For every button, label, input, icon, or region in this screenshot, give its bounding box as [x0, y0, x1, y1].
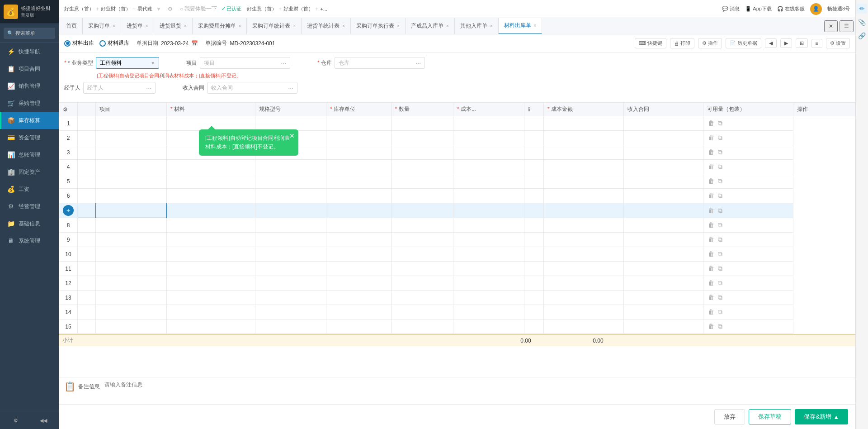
sidebar-item-system[interactable]: 🖥 系统管理	[0, 232, 59, 249]
tag-good-business-2[interactable]: 好生意（首）	[247, 5, 277, 12]
copy-row-button[interactable]: ⧉	[717, 278, 723, 288]
row-project-cell[interactable]	[78, 291, 96, 305]
row-cost-cell[interactable]	[391, 189, 453, 203]
row-unit-cell[interactable]	[255, 305, 326, 319]
row-project-cell[interactable]	[78, 189, 96, 203]
try-experience[interactable]: ○ 我要体验一下	[180, 5, 217, 13]
row-unit-cell[interactable]	[255, 247, 326, 262]
copy-row-button[interactable]: ⧉	[717, 235, 723, 244]
delete-row-button[interactable]: 🗑	[707, 206, 715, 215]
row-unit-cell[interactable]	[255, 174, 326, 189]
copy-row-button[interactable]: ⧉	[717, 249, 723, 259]
row-qty-cell[interactable]	[326, 276, 391, 291]
sidebar-item-basic-info[interactable]: 📁 基础信息	[0, 215, 59, 232]
tag-good-finance-2[interactable]: 好业财（首）	[283, 5, 313, 12]
username[interactable]: 畅捷通8号	[827, 5, 850, 12]
row-income-cell[interactable]	[544, 233, 624, 247]
row-cost-amount-cell[interactable]	[524, 276, 543, 291]
delete-row-button[interactable]: 🗑	[707, 264, 715, 273]
row-unit-cell[interactable]	[255, 276, 326, 291]
row-material-cell[interactable]	[96, 116, 167, 131]
list-view-button[interactable]: ≡	[811, 39, 822, 48]
tab-close-icon[interactable]: ×	[146, 24, 148, 29]
message-button[interactable]: 💬 消息	[722, 5, 740, 12]
row-spec-cell[interactable]	[167, 189, 255, 203]
row-cost-cell[interactable]	[391, 276, 453, 291]
row-material-cell[interactable]	[96, 247, 167, 262]
delete-row-button[interactable]: 🗑	[707, 278, 715, 287]
active-cell-5[interactable]	[326, 203, 391, 218]
copy-row-button[interactable]: ⧉	[717, 119, 723, 128]
col-header-settings[interactable]: ⚙	[59, 103, 78, 116]
row-material-cell[interactable]	[96, 262, 167, 276]
row-unit-cell[interactable]	[255, 291, 326, 305]
row-project-cell[interactable]	[78, 305, 96, 319]
row-cost-amount-cell[interactable]	[524, 319, 543, 334]
tab-menu-button[interactable]: ☰	[840, 20, 854, 32]
row-income-cell[interactable]	[544, 218, 624, 233]
tab-purchase-goods[interactable]: 进货单 ×	[121, 18, 154, 34]
row-cost-amount-cell[interactable]	[524, 218, 543, 233]
row-material-cell[interactable]	[96, 291, 167, 305]
row-project-cell[interactable]	[78, 262, 96, 276]
delete-row-button[interactable]: 🗑	[707, 191, 715, 200]
row-spec-cell[interactable]	[167, 174, 255, 189]
tab-close-icon[interactable]: ×	[397, 24, 400, 29]
delete-row-button[interactable]: 🗑	[707, 162, 715, 171]
row-income-cell[interactable]	[544, 131, 624, 145]
row-project-cell[interactable]	[78, 319, 96, 334]
copy-row-button[interactable]: ⧉	[717, 307, 723, 317]
row-cost-cell[interactable]	[391, 262, 453, 276]
row-cost-cell[interactable]	[391, 145, 453, 160]
delete-row-button[interactable]: 🗑	[707, 249, 715, 258]
tag-good-finance-1[interactable]: 好业财（首）	[101, 5, 131, 12]
row-spec-cell[interactable]	[167, 305, 255, 319]
sidebar-item-shortcut[interactable]: ⚡ 快捷导航	[0, 43, 59, 60]
row-project-cell[interactable]	[78, 247, 96, 262]
row-spec-cell[interactable]	[167, 291, 255, 305]
tab-purchase-order-stats[interactable]: 采购订单统计表 ×	[247, 18, 302, 34]
row-qty-cell[interactable]	[326, 145, 391, 160]
row-project-cell[interactable]	[78, 145, 96, 160]
row-project-cell[interactable]	[78, 160, 96, 174]
active-input-cell-1[interactable]	[78, 203, 96, 218]
tab-close-icon[interactable]: ×	[342, 24, 345, 29]
tag-good-business-1[interactable]: 好生意（首）	[64, 5, 94, 12]
right-sidebar-edit-icon[interactable]: ✏	[857, 4, 867, 14]
row-material-cell[interactable]	[96, 131, 167, 145]
warehouse-select[interactable]: 仓库 ···	[335, 57, 425, 69]
row-cost-amount-cell[interactable]	[524, 116, 543, 131]
row-project-cell[interactable]	[78, 174, 96, 189]
tab-purchase-exec[interactable]: 采购订单执行表 ×	[351, 18, 406, 34]
row-qty-cell[interactable]	[326, 131, 391, 145]
active-input-cell-2[interactable]	[96, 203, 167, 218]
row-qty-cell[interactable]	[326, 305, 391, 319]
row-spec-cell[interactable]	[167, 276, 255, 291]
row-spec-cell[interactable]	[167, 247, 255, 262]
next-button[interactable]: ▶	[780, 38, 792, 48]
save-new-button[interactable]: 保存&新增 ▲	[795, 409, 848, 424]
copy-row-button[interactable]: ⧉	[717, 264, 723, 273]
row-cost-cell[interactable]	[391, 218, 453, 233]
delete-row-button[interactable]: 🗑	[707, 293, 715, 302]
row-income-cell[interactable]	[544, 276, 624, 291]
tab-goods-stats[interactable]: 进货单统计表 ×	[302, 18, 351, 34]
copy-row-button[interactable]: ⧉	[717, 322, 723, 331]
row-income-cell[interactable]	[544, 174, 624, 189]
tab-close-icon[interactable]: ×	[534, 23, 537, 28]
sidebar-item-purchase[interactable]: 🛒 采购管理	[0, 95, 59, 112]
row-material-cell[interactable]	[96, 160, 167, 174]
row-unit-cell[interactable]	[255, 218, 326, 233]
active-cell-3[interactable]	[167, 203, 255, 218]
row-income-cell[interactable]	[544, 116, 624, 131]
row-qty-cell[interactable]	[326, 116, 391, 131]
row-cost-cell[interactable]	[391, 291, 453, 305]
row-material-cell[interactable]	[96, 145, 167, 160]
business-type-select[interactable]: 工程领料 ▼	[96, 57, 159, 69]
project-dots-icon[interactable]: ···	[281, 59, 286, 67]
add-row-button[interactable]: +	[63, 205, 74, 216]
row-income-cell[interactable]	[544, 247, 624, 262]
app-download-button[interactable]: 📱 App下载	[745, 5, 772, 12]
copy-row-button[interactable]: ⧉	[717, 148, 723, 157]
settings-button[interactable]: ⚙ 设置	[826, 38, 850, 48]
